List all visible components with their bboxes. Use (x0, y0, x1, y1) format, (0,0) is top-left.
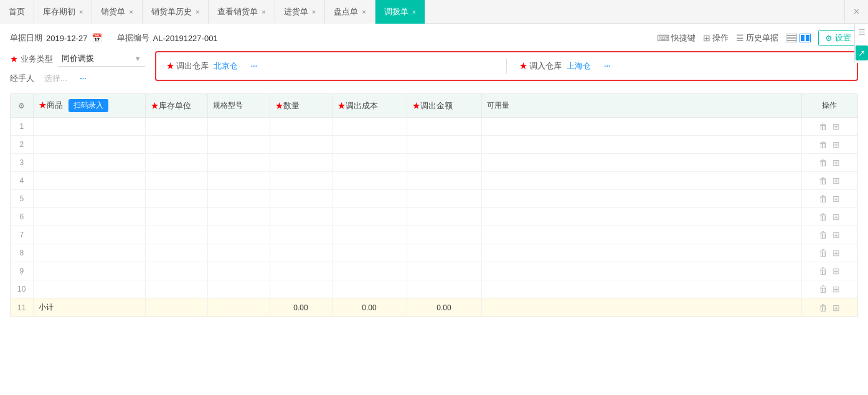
expand-sidebar-icon[interactable]: ↗ (856, 45, 868, 60)
qty-cell[interactable] (270, 172, 332, 190)
amount-cell[interactable] (407, 172, 481, 190)
product-cell[interactable] (33, 118, 145, 136)
unit-cell[interactable] (145, 136, 207, 154)
tab-sales-history[interactable]: 销货单历史 × (143, 0, 209, 24)
delete-icon[interactable]: 🗑 (819, 248, 828, 258)
copy-icon[interactable]: ⊞ (833, 212, 840, 222)
qty-cell[interactable] (270, 226, 332, 244)
delete-icon[interactable]: 🗑 (819, 230, 828, 240)
close-icon[interactable]: × (312, 8, 316, 16)
unit-cell[interactable] (145, 244, 207, 262)
unit-cell[interactable] (145, 190, 207, 208)
qty-cell[interactable] (270, 244, 332, 262)
amount-cell[interactable] (407, 226, 481, 244)
product-cell[interactable] (33, 154, 145, 172)
tab-sales-order[interactable]: 销货单 × (92, 0, 142, 24)
copy-icon[interactable]: ⊞ (833, 230, 840, 240)
tab-transfer-order[interactable]: 调拨单 × (375, 0, 425, 24)
cost-cell[interactable] (332, 280, 407, 298)
unit-cell[interactable] (145, 154, 207, 172)
copy-icon[interactable]: ⊞ (833, 140, 840, 150)
qty-cell[interactable] (270, 280, 332, 298)
operations-button[interactable]: ⊞ 操作 (703, 32, 729, 44)
spec-cell[interactable] (207, 244, 270, 262)
unit-cell[interactable] (145, 172, 207, 190)
unit-cell[interactable] (145, 118, 207, 136)
cost-cell[interactable] (332, 154, 407, 172)
window-close-button[interactable]: × (844, 0, 868, 24)
unit-cell[interactable] (145, 208, 207, 226)
copy-icon[interactable]: ⊞ (833, 158, 840, 168)
cost-cell[interactable] (332, 262, 407, 280)
spec-cell[interactable] (207, 172, 270, 190)
product-cell[interactable] (33, 244, 145, 262)
unit-cell[interactable] (145, 262, 207, 280)
spec-cell[interactable] (207, 208, 270, 226)
delete-icon[interactable]: 🗑 (819, 121, 828, 131)
cost-cell[interactable] (332, 136, 407, 154)
in-warehouse-value[interactable]: 上海仓 (567, 60, 591, 72)
cost-cell[interactable] (332, 190, 407, 208)
in-warehouse-more-button[interactable]: ··· (603, 60, 610, 72)
copy-icon[interactable]: ⊞ (833, 121, 840, 131)
settings-col-header[interactable]: ⚙ (11, 94, 33, 118)
shortcuts-button[interactable]: ⌨ 快捷键 (657, 32, 696, 44)
spec-cell[interactable] (207, 118, 270, 136)
close-icon[interactable]: × (362, 8, 366, 16)
tab-inventory-init[interactable]: 库存期初 × (34, 0, 92, 24)
copy-icon[interactable]: ⊞ (833, 248, 840, 258)
delete-icon[interactable]: 🗑 (819, 176, 828, 186)
delete-icon[interactable]: 🗑 (819, 140, 828, 150)
amount-cell[interactable] (407, 154, 481, 172)
product-cell[interactable] (33, 280, 145, 298)
layout-icon-2[interactable] (800, 34, 811, 42)
list-sidebar-icon[interactable]: ☰ (857, 26, 867, 38)
product-cell[interactable] (33, 208, 145, 226)
close-icon[interactable]: × (196, 8, 199, 16)
delete-icon[interactable]: 🗑 (819, 158, 828, 168)
amount-cell[interactable] (407, 244, 481, 262)
cost-cell[interactable] (332, 208, 407, 226)
tab-view-sales[interactable]: 查看销货单 × (209, 0, 275, 24)
product-cell[interactable] (33, 190, 145, 208)
unit-cell[interactable] (145, 280, 207, 298)
setting-button[interactable]: ⚙ 设置 (818, 30, 858, 46)
delete-icon[interactable]: 🗑 (819, 284, 828, 294)
tab-purchase-order[interactable]: 进货单 × (275, 0, 325, 24)
amount-cell[interactable] (407, 208, 481, 226)
product-cell[interactable] (33, 172, 145, 190)
delete-icon[interactable]: 🗑 (819, 212, 828, 222)
product-cell[interactable] (33, 262, 145, 280)
scan-button[interactable]: 扫码录入 (68, 99, 108, 112)
amount-cell[interactable] (407, 118, 481, 136)
product-cell[interactable] (33, 136, 145, 154)
tab-inventory-check[interactable]: 盘点单 × (325, 0, 375, 24)
layout-icon-1[interactable] (786, 34, 797, 42)
amount-cell[interactable] (407, 262, 481, 280)
product-cell[interactable] (33, 226, 145, 244)
close-icon[interactable]: × (79, 8, 83, 16)
history-button[interactable]: ☰ 历史单据 (736, 32, 778, 44)
spec-cell[interactable] (207, 190, 270, 208)
copy-icon[interactable]: ⊞ (833, 176, 840, 186)
out-warehouse-more-button[interactable]: ··· (250, 60, 257, 72)
spec-cell[interactable] (207, 280, 270, 298)
delete-icon[interactable]: 🗑 (819, 303, 828, 313)
qty-cell[interactable] (270, 190, 332, 208)
handler-select[interactable]: 选择... (44, 73, 67, 84)
spec-cell[interactable] (207, 226, 270, 244)
cost-cell[interactable] (332, 226, 407, 244)
cost-cell[interactable] (332, 118, 407, 136)
spec-cell[interactable] (207, 136, 270, 154)
calendar-icon[interactable]: 📅 (92, 33, 102, 43)
copy-icon[interactable]: ⊞ (833, 266, 840, 276)
business-type-select[interactable]: 同价调拨 ▼ (58, 51, 145, 67)
cost-cell[interactable] (332, 172, 407, 190)
qty-cell[interactable] (270, 154, 332, 172)
cost-cell[interactable] (332, 244, 407, 262)
amount-cell[interactable] (407, 136, 481, 154)
tab-home[interactable]: 首页 (0, 0, 34, 24)
delete-icon[interactable]: 🗑 (819, 194, 828, 204)
unit-cell[interactable] (145, 226, 207, 244)
qty-cell[interactable] (270, 208, 332, 226)
